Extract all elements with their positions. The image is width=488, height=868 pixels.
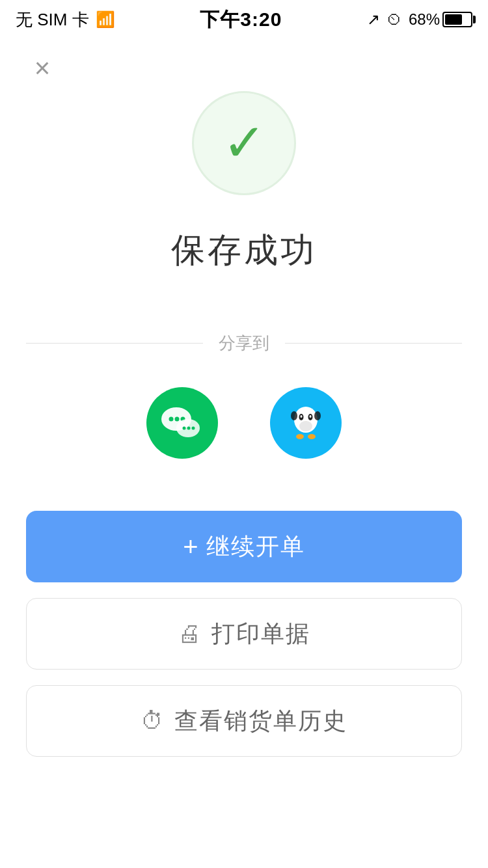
svg-point-16 <box>296 434 304 439</box>
print-button[interactable]: 🖨 打印单据 <box>26 598 462 670</box>
divider-right <box>285 343 462 344</box>
wifi-icon: 📶 <box>96 10 115 29</box>
qq-share-button[interactable] <box>270 387 342 459</box>
share-label: 分享到 <box>203 332 285 355</box>
main-content: × ✓ 保存成功 分享到 <box>0 39 488 757</box>
action-buttons: + 继续开单 🖨 打印单据 ⏱ 查看销货单历史 <box>26 511 462 757</box>
status-time: 下午3:20 <box>200 7 282 33</box>
svg-point-7 <box>192 427 195 430</box>
share-divider: 分享到 <box>26 332 462 355</box>
share-icons <box>26 387 462 459</box>
continue-button[interactable]: + 继续开单 <box>26 511 462 582</box>
printer-icon: 🖨 <box>178 620 201 647</box>
success-area: ✓ 保存成功 <box>26 39 462 299</box>
battery-icon <box>442 12 472 27</box>
battery-percent: 68% <box>409 10 440 29</box>
direction-icon: ↗ <box>367 10 380 29</box>
wechat-icon <box>161 405 204 441</box>
status-left: 无 SIM 卡 📶 <box>16 8 115 31</box>
status-bar: 无 SIM 卡 📶 下午3:20 ↗ ⏲ 68% <box>0 0 488 39</box>
close-icon: × <box>34 55 51 82</box>
svg-point-6 <box>187 427 191 430</box>
svg-point-11 <box>301 415 303 418</box>
alarm-icon: ⏲ <box>386 10 402 29</box>
close-button[interactable]: × <box>26 52 59 85</box>
svg-point-1 <box>169 417 174 422</box>
continue-label: 继续开单 <box>206 531 305 563</box>
history-label: 查看销货单历史 <box>174 705 347 737</box>
svg-point-14 <box>291 411 297 420</box>
plus-icon: + <box>183 534 198 560</box>
battery: 68% <box>409 10 472 29</box>
svg-point-17 <box>308 434 316 439</box>
success-title: 保存成功 <box>171 228 317 273</box>
wechat-share-button[interactable] <box>146 387 218 459</box>
no-sim-label: 无 SIM 卡 <box>16 8 89 31</box>
svg-point-15 <box>314 411 321 420</box>
history-button[interactable]: ⏱ 查看销货单历史 <box>26 685 462 757</box>
svg-point-5 <box>183 427 186 430</box>
svg-point-18 <box>299 421 312 431</box>
svg-point-12 <box>310 415 312 418</box>
clock-icon: ⏱ <box>141 707 164 735</box>
divider-left <box>26 343 203 344</box>
success-circle: ✓ <box>192 91 296 195</box>
status-right: ↗ ⏲ 68% <box>367 10 472 29</box>
print-label: 打印单据 <box>211 618 310 650</box>
svg-point-2 <box>175 417 180 422</box>
checkmark-icon: ✓ <box>223 117 266 169</box>
qq-icon <box>287 401 325 444</box>
battery-fill <box>445 14 462 25</box>
